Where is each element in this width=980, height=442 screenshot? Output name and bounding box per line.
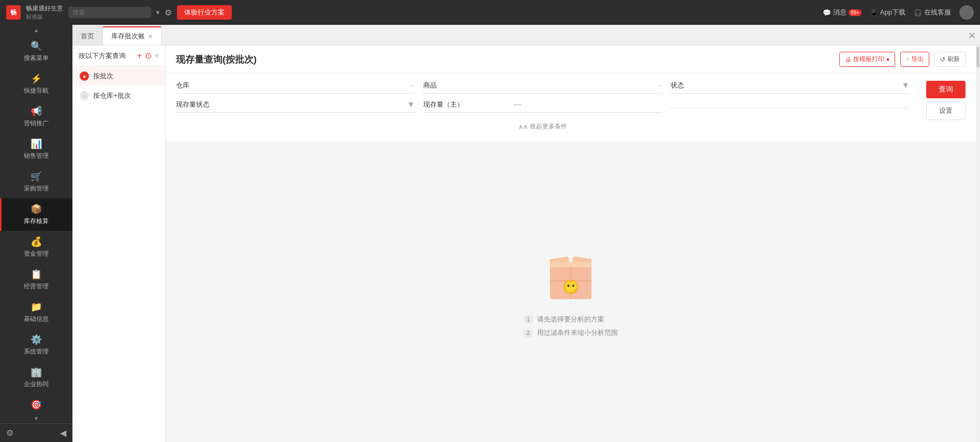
trial-button[interactable]: 体验行业方案 [177, 5, 232, 20]
status-input[interactable] [688, 82, 901, 90]
plan-settings-button[interactable]: ⊙ [145, 51, 152, 61]
app-download-btn[interactable]: 📱 App下载 [870, 8, 905, 17]
sidebar-item-finance[interactable]: 💰 资金管理 [0, 231, 72, 263]
sidebar-item-enterprise[interactable]: 🏢 企业协同 [0, 361, 72, 394]
settings-icon[interactable]: ⚙ [165, 8, 172, 18]
empty-svg: 😶 [540, 242, 602, 304]
plan-label: 按仓库+批次 [93, 91, 131, 100]
right-scrollbar[interactable] [976, 46, 980, 442]
collapse-filters[interactable]: ∧∧ 收起更多条件 [176, 119, 910, 134]
sidebar-item-search[interactable]: 🔍 搜索菜单 [0, 35, 72, 68]
search-icon: 🔍 [31, 40, 42, 52]
sidebar-item-label: 基础信息 [24, 315, 49, 323]
plan-active-indicator: ● [80, 71, 89, 81]
purchase-icon: 🛒 [31, 171, 42, 182]
warehouse-input[interactable] [194, 82, 408, 90]
sidebar-item-purchase[interactable]: 🛒 采购管理 [0, 166, 72, 198]
add-plan-button[interactable]: + [137, 51, 142, 61]
tab-close-icon[interactable]: ✕ [148, 33, 153, 40]
scrollbar-thumb[interactable] [976, 47, 979, 67]
plan-inactive-indicator: ○ [80, 91, 89, 100]
collapse-sidebar-icon[interactable]: ◀ [60, 428, 66, 438]
stock-qty-min-input[interactable] [468, 101, 509, 109]
message-icon: 💬 [823, 9, 831, 17]
page-title: 现存量查询(按批次) [176, 53, 257, 66]
marketing-icon: 📢 [31, 106, 42, 117]
product-input[interactable] [441, 82, 655, 90]
filter-area: 仓库 ··· 商品 ··· 状态 [166, 73, 976, 142]
warehouse-more-icon[interactable]: ··· [410, 82, 415, 89]
sidebar-item-label: 销售管理 [24, 152, 49, 160]
sidebar-items: 🔍 搜索菜单 ⚡ 快捷导航 📢 营销推广 📊 销售管理 🛒 采购管理 📦 [0, 35, 72, 413]
sidebar-item-sales[interactable]: 📊 销售管理 [0, 133, 72, 166]
print-button[interactable]: 🖨 按模板打印 ▾ [839, 52, 895, 67]
inventory-icon: 📦 [31, 203, 42, 215]
sidebar: ▲ 🔍 搜索菜单 ⚡ 快捷导航 📢 营销推广 📊 销售管理 🛒 采购管理 [0, 25, 72, 442]
headset-icon: 🎧 [914, 9, 922, 17]
export-button[interactable]: ↑ 导出 [900, 52, 929, 67]
filter-settings-button[interactable]: 设置 [926, 101, 966, 120]
sidebar-item-system[interactable]: ⚙️ 系统管理 [0, 329, 72, 361]
print-label: 按模板打印 [853, 55, 884, 64]
stock-status-input[interactable] [214, 101, 407, 109]
sidebar-item-business[interactable]: 📋 经营管理 [0, 263, 72, 296]
left-panel-collapse-icon[interactable]: « [155, 51, 159, 61]
product-label: 商品 [423, 81, 437, 90]
filter-status: 状态 ▼ [671, 81, 910, 94]
collapse-up-icon: ∧∧ [518, 123, 528, 130]
top-bar: 畅 畅康通好生意 标准版 ▾ ⚙ 体验行业方案 💬 消息 99+ 📱 App下载… [0, 0, 980, 25]
stock-status-label: 现存量状态 [176, 100, 210, 109]
plan-item-by-warehouse-batch[interactable]: ○ 按仓库+批次 [72, 86, 165, 106]
status-dropdown-icon[interactable]: ▼ [901, 81, 910, 90]
sidebar-item-marketing[interactable]: 📢 营销推广 [0, 100, 72, 133]
data-area: 😶 1 请先选择要分析的方案 2 用过滤条件来缩 [166, 142, 976, 442]
sidebar-item-label: 营销推广 [24, 119, 49, 128]
messages-badge: 99+ [849, 9, 862, 16]
query-button[interactable]: 查询 [926, 81, 966, 98]
plan-list: ● 按批次 ○ 按仓库+批次 [72, 66, 165, 442]
sidebar-scroll-up[interactable]: ▲ [0, 25, 72, 35]
filter-row-2: 现存量状态 ▼ 现存量（主） — [176, 100, 910, 113]
refresh-button[interactable]: ↺ 刷新 [934, 52, 966, 67]
sidebar-item-label: 企业协同 [24, 380, 49, 389]
sidebar-item-newbie[interactable]: 🎯 新手引导 [0, 394, 72, 413]
avatar[interactable] [959, 5, 974, 20]
plan-item-by-batch[interactable]: ● 按批次 [72, 66, 165, 86]
left-panel: 按以下方案查询 + ⊙ « ● 按批次 ○ 按仓库+批次 [72, 46, 166, 442]
product-more-icon[interactable]: ··· [657, 82, 662, 89]
app-info: 畅康通好生意 标准版 [26, 4, 63, 21]
filter-empty [671, 105, 910, 108]
online-service-btn[interactable]: 🎧 在线客服 [914, 8, 951, 17]
messages-btn[interactable]: 💬 消息 99+ [823, 8, 862, 17]
sidebar-item-quicknav[interactable]: ⚡ 快捷导航 [0, 68, 72, 100]
settings-bottom-icon[interactable]: ⚙ [6, 428, 13, 438]
right-content: 现存量查询(按批次) 🖨 按模板打印 ▾ ↑ 导出 ↺ [166, 46, 976, 442]
left-panel-header: 按以下方案查询 + ⊙ « [72, 46, 165, 66]
sidebar-item-label: 搜索菜单 [24, 54, 49, 63]
sidebar-item-label: 库存核算 [24, 217, 49, 226]
search-dropdown-icon[interactable]: ▾ [156, 9, 159, 16]
sidebar-item-basic[interactable]: 📁 基础信息 [0, 296, 72, 329]
hint-num-1: 1 [524, 315, 533, 324]
hint-text-2: 用过滤条件来缩小分析范围 [537, 328, 618, 337]
business-icon: 📋 [31, 269, 42, 280]
sidebar-scroll-down[interactable]: ▼ [0, 413, 72, 423]
sidebar-item-label: 系统管理 [24, 347, 49, 356]
stock-qty-max-input[interactable] [526, 101, 567, 109]
print-dropdown-icon[interactable]: ▾ [886, 56, 889, 63]
empty-hints: 1 请先选择要分析的方案 2 用过滤条件来缩小分析范围 [524, 315, 618, 342]
content-area: 首页 库存批次账 ✕ ✕ 按以下方案查询 + ⊙ « [72, 25, 980, 442]
app-title: 畅康通好生意 [26, 4, 63, 13]
stock-status-dropdown-icon[interactable]: ▼ [407, 100, 415, 109]
plan-label: 按批次 [93, 71, 113, 81]
tab-inventory-batch-label: 库存批次账 [111, 32, 145, 41]
app-download-label: App下载 [880, 8, 905, 17]
sidebar-item-label: 经营管理 [24, 282, 49, 291]
tab-home[interactable]: 首页 [72, 26, 103, 45]
search-input[interactable] [68, 7, 151, 18]
warehouse-label: 仓库 [176, 81, 189, 90]
sidebar-item-inventory[interactable]: 📦 库存核算 [0, 198, 72, 231]
finance-icon: 💰 [31, 236, 42, 247]
close-all-tabs-icon[interactable]: ✕ [968, 30, 976, 41]
tab-inventory-batch[interactable]: 库存批次账 ✕ [103, 26, 161, 45]
